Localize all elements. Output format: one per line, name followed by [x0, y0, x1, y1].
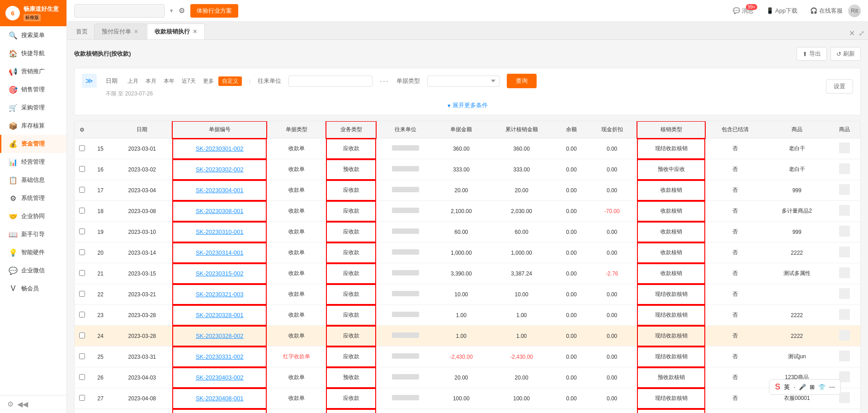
- row-checkbox[interactable]: [79, 249, 85, 255]
- table-row[interactable]: 28 2023-04-18 SK-20230418-001 收款单 应收款 10…: [75, 409, 860, 413]
- sidebar-item-inventory[interactable]: 📦库存核算: [0, 117, 66, 135]
- message-button[interactable]: 💬 消息 99+: [733, 7, 754, 15]
- doc-no-cell[interactable]: SK-20230310-001: [172, 222, 267, 242]
- col-checkbox[interactable]: [75, 305, 89, 326]
- col-checkbox[interactable]: [75, 326, 89, 347]
- doc-no-cell[interactable]: SK-20230314-001: [172, 242, 267, 263]
- table-container[interactable]: ⚙ 日期 单据编号 单据类型 业务类型 往来单位 单据金额 累计核销金额 余额 …: [75, 121, 860, 413]
- sidebar-item-hardware[interactable]: 💡智能硬件: [0, 243, 66, 261]
- col-checkbox[interactable]: [75, 367, 89, 388]
- doc-no-cell[interactable]: SK-20230321-003: [172, 284, 267, 305]
- row-checkbox[interactable]: [79, 270, 85, 276]
- row-checkbox[interactable]: [79, 228, 85, 234]
- sidebar-item-enterprise[interactable]: 🤝企业协同: [0, 207, 66, 225]
- sidebar-item-search[interactable]: 🔍搜索菜单: [0, 26, 66, 44]
- tab-close-all[interactable]: ✕: [849, 29, 855, 38]
- sidebar-item-wechat[interactable]: 💬企业微信: [0, 261, 66, 280]
- table-row[interactable]: 27 2023-04-08 SK-20230408-001 收款单 应收款 10…: [75, 388, 860, 409]
- settings-bottom-icon[interactable]: ⚙: [7, 400, 14, 408]
- table-row[interactable]: 19 2023-03-10 SK-20230310-001 收款单 应收款 60…: [75, 222, 860, 242]
- last-month-btn[interactable]: 上月: [125, 76, 141, 86]
- filter-settings-button[interactable]: 设置: [826, 79, 853, 94]
- doc-no-cell[interactable]: SK-20230315-002: [172, 263, 267, 284]
- custom-date-btn[interactable]: 自定义: [218, 76, 242, 86]
- row-checkbox[interactable]: [79, 353, 85, 359]
- sidebar-item-marketing[interactable]: 📢营销推广: [0, 62, 66, 81]
- tab-collection[interactable]: 收款核销执行 ✕: [147, 24, 205, 39]
- doc-no-link[interactable]: SK-20230321-003: [196, 291, 244, 298]
- col-checkbox[interactable]: [75, 388, 89, 409]
- sidebar-item-operation[interactable]: 📊经营管理: [0, 153, 66, 171]
- doc-no-cell[interactable]: SK-20230403-002: [172, 367, 267, 388]
- tab-payable-close[interactable]: ✕: [134, 28, 138, 35]
- table-row[interactable]: 15 2023-03-01 SK-20230301-002 收款单 应收款 36…: [75, 138, 860, 159]
- table-row[interactable]: 22 2023-03-21 SK-20230321-003 收款单 应收款 10…: [75, 284, 860, 305]
- app-download-button[interactable]: 📱 App下载: [766, 7, 797, 15]
- table-row[interactable]: 17 2023-03-04 SK-20230304-001 收款单 应收款 20…: [75, 180, 860, 201]
- doc-type-select[interactable]: [427, 76, 500, 87]
- this-year-btn[interactable]: 本年: [161, 76, 177, 86]
- doc-no-link[interactable]: SK-20230310-001: [196, 228, 244, 235]
- avatar[interactable]: Rit: [848, 5, 861, 17]
- doc-no-cell[interactable]: SK-20230408-001: [172, 388, 267, 409]
- col-checkbox[interactable]: [75, 263, 89, 284]
- doc-no-link[interactable]: SK-20230314-001: [196, 249, 244, 256]
- table-row[interactable]: 20 2023-03-14 SK-20230314-001 收款单 应收款 1,…: [75, 242, 860, 263]
- row-checkbox[interactable]: [79, 395, 85, 401]
- doc-no-link[interactable]: SK-20230302-002: [196, 166, 244, 173]
- doc-no-link[interactable]: SK-20230403-002: [196, 374, 244, 381]
- row-checkbox[interactable]: [79, 332, 85, 338]
- row-checkbox[interactable]: [79, 208, 85, 214]
- expand-more-button[interactable]: ▾ 展开更多条件: [82, 101, 853, 109]
- table-row[interactable]: 26 2023-04-03 SK-20230403-002 收款单 预收款 20…: [75, 367, 860, 388]
- col-checkbox[interactable]: [75, 138, 89, 159]
- sidebar-item-quick[interactable]: 🏠快捷导航: [0, 44, 66, 62]
- doc-no-link[interactable]: SK-20230328-002: [196, 332, 244, 339]
- table-row[interactable]: 16 2023-03-02 SK-20230302-002 收款单 预收款 33…: [75, 159, 860, 180]
- doc-no-link[interactable]: SK-20230315-002: [196, 270, 244, 277]
- row-checkbox[interactable]: [79, 145, 85, 151]
- col-settings[interactable]: ⚙: [75, 121, 89, 138]
- doc-no-cell[interactable]: SK-20230418-001: [172, 409, 267, 413]
- col-checkbox[interactable]: [75, 409, 89, 413]
- sidebar-item-purchase[interactable]: 🛒采购管理: [0, 99, 66, 117]
- sidebar-item-finance[interactable]: 💰资金管理: [0, 135, 66, 153]
- refresh-button[interactable]: ↺ 刷新: [830, 47, 861, 61]
- more-btn[interactable]: 更多: [200, 76, 217, 86]
- tab-maximize[interactable]: ⤢: [859, 29, 864, 38]
- col-checkbox[interactable]: [75, 180, 89, 201]
- sougou-grid-icon[interactable]: ⊞: [810, 384, 815, 390]
- col-checkbox[interactable]: [75, 222, 89, 242]
- sougou-more-icon[interactable]: ⋯: [829, 384, 835, 390]
- doc-no-link[interactable]: SK-20230331-002: [196, 353, 244, 360]
- doc-no-link[interactable]: SK-20230308-001: [196, 208, 244, 214]
- table-row[interactable]: 18 2023-03-08 SK-20230308-001 收款单 应收款 2,…: [75, 201, 860, 222]
- col-checkbox[interactable]: [75, 159, 89, 180]
- online-service-button[interactable]: 🎧 在线客服: [810, 7, 843, 15]
- topbar-search-input[interactable]: [74, 4, 165, 18]
- row-checkbox[interactable]: [79, 312, 85, 318]
- doc-no-cell[interactable]: SK-20230308-001: [172, 201, 267, 222]
- col-checkbox[interactable]: [75, 347, 89, 367]
- col-checkbox[interactable]: [75, 242, 89, 263]
- sougou-mic-icon[interactable]: 🎤: [799, 384, 806, 390]
- doc-no-link[interactable]: SK-20230304-001: [196, 187, 244, 194]
- doc-no-cell[interactable]: SK-20230301-002: [172, 138, 267, 159]
- row-checkbox[interactable]: [79, 374, 85, 380]
- sidebar-item-member[interactable]: V畅会员: [0, 280, 66, 298]
- sougou-shirt-icon[interactable]: 👕: [818, 384, 826, 390]
- query-button[interactable]: 查询: [507, 74, 537, 88]
- doc-no-cell[interactable]: SK-20230302-002: [172, 159, 267, 180]
- export-button[interactable]: ⬆ 导出: [797, 47, 827, 61]
- table-row[interactable]: 24 2023-03-28 SK-20230328-002 收款单 应收款 1.…: [75, 326, 860, 347]
- tab-home[interactable]: 首页: [71, 24, 93, 39]
- doc-no-link[interactable]: SK-20230301-002: [196, 145, 244, 152]
- sidebar-item-basic[interactable]: 📋基础信息: [0, 171, 66, 189]
- col-checkbox[interactable]: [75, 201, 89, 222]
- table-row[interactable]: 25 2023-03-31 SK-20230331-002 红字收款单 应收款 …: [75, 347, 860, 367]
- filter-expand-button[interactable]: ≫: [82, 74, 97, 88]
- table-row[interactable]: 21 2023-03-15 SK-20230315-002 收款单 应收款 3,…: [75, 263, 860, 284]
- solution-button[interactable]: 体验行业方案: [190, 4, 238, 18]
- last7-btn[interactable]: 近7天: [179, 76, 198, 86]
- tab-payable[interactable]: 预付应付单 ✕: [94, 24, 146, 39]
